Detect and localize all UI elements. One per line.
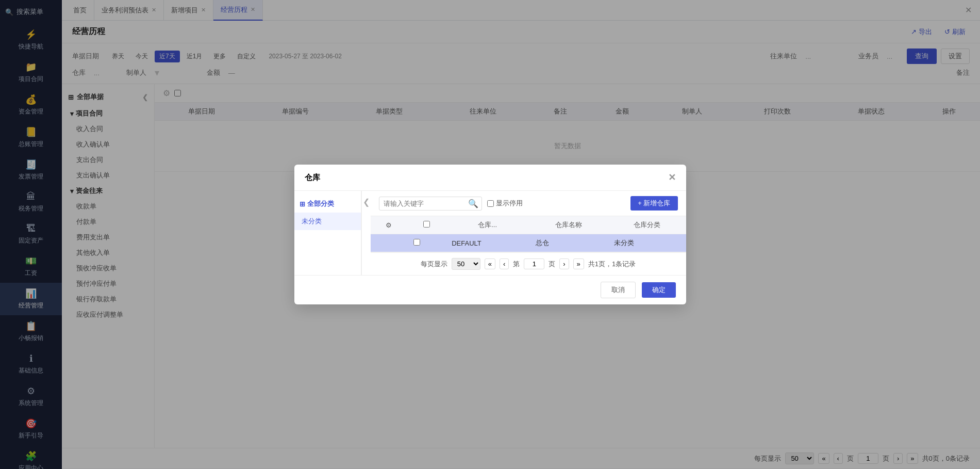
modal-warehouse-table: ⚙ 仓库... 仓库名称 仓库分类 DEFAULT <box>371 216 686 252</box>
modal-total-text: 共1页，1条记录 <box>588 260 636 269</box>
unclassified-label: 未分类 <box>302 217 322 225</box>
col-settings: ⚙ <box>371 216 408 234</box>
select-all-modal-checkbox[interactable] <box>423 221 430 228</box>
modal-page-suffix: 页 <box>549 260 555 269</box>
modal-close-btn[interactable]: ✕ <box>668 172 676 183</box>
modal-body: ⊞ 全部分类 未分类 ❮ 🔍 <box>294 191 686 275</box>
modal-prev-page-btn[interactable]: ‹ <box>500 258 509 269</box>
modal-page-label: 第 <box>513 260 520 269</box>
modal-page-input[interactable] <box>524 258 544 269</box>
modal-right: 🔍 显示停用 + 新增仓库 ⚙ <box>371 191 686 275</box>
row-name: 总仓 <box>529 234 608 252</box>
collapse-icon: ❮ <box>363 197 370 207</box>
modal-header: 仓库 ✕ <box>294 165 686 191</box>
row-checkbox[interactable] <box>407 234 445 252</box>
modal-next-page-btn[interactable]: › <box>559 258 569 269</box>
modal-table-wrap: ⚙ 仓库... 仓库名称 仓库分类 DEFAULT <box>371 216 686 252</box>
modal-pagination: 每页显示 50 20 100 « ‹ 第 页 › » 共1页，1条记录 <box>371 252 686 275</box>
row-category: 未分类 <box>608 234 686 252</box>
grid-icon-modal: ⊞ <box>300 200 305 208</box>
col-warehouse-category[interactable]: 仓库分类 <box>608 216 686 234</box>
modal-footer: 取消 确定 <box>294 275 686 304</box>
modal-category-label: 全部分类 <box>307 199 334 208</box>
settings-col-icon: ⚙ <box>386 221 392 229</box>
add-warehouse-btn[interactable]: + 新增仓库 <box>630 196 677 211</box>
warehouse-modal: 仓库 ✕ ⊞ 全部分类 未分类 ❮ <box>294 165 686 304</box>
modal-first-page-btn[interactable]: « <box>485 258 495 269</box>
row-select-checkbox[interactable] <box>413 239 420 246</box>
show-disabled-checkbox[interactable] <box>487 200 494 207</box>
col-checkbox <box>407 216 445 234</box>
col-warehouse-name[interactable]: 仓库名称 <box>529 216 608 234</box>
search-magnifier-icon: 🔍 <box>468 199 478 208</box>
modal-per-page-label: 每页显示 <box>421 260 447 269</box>
show-disabled-text: 显示停用 <box>496 199 523 208</box>
modal-overlay: 仓库 ✕ ⊞ 全部分类 未分类 ❮ <box>0 0 980 469</box>
col-warehouse-code[interactable]: 仓库... <box>445 216 529 234</box>
modal-page-size-select[interactable]: 50 20 100 <box>452 258 480 270</box>
modal-category-unclassified[interactable]: 未分类 <box>294 213 361 230</box>
row-code: DEFAULT <box>445 234 529 252</box>
modal-search-input[interactable] <box>384 200 466 207</box>
modal-search-wrap[interactable]: 🔍 <box>379 197 482 211</box>
modal-collapse-btn[interactable]: ❮ <box>361 191 371 275</box>
modal-cancel-btn[interactable]: 取消 <box>601 282 636 298</box>
modal-toolbar: 🔍 显示停用 + 新增仓库 <box>371 191 686 216</box>
modal-table-header: ⚙ 仓库... 仓库名称 仓库分类 <box>371 216 686 234</box>
show-disabled-label[interactable]: 显示停用 <box>487 199 523 208</box>
modal-left-nav: ⊞ 全部分类 未分类 <box>294 191 361 275</box>
modal-table-row[interactable]: DEFAULT 总仓 未分类 <box>371 234 686 252</box>
modal-category-header: ⊞ 全部分类 <box>294 195 361 213</box>
modal-confirm-btn[interactable]: 确定 <box>642 282 676 298</box>
modal-last-page-btn[interactable]: » <box>573 258 584 269</box>
row-settings <box>371 234 408 252</box>
modal-title: 仓库 <box>305 173 320 183</box>
